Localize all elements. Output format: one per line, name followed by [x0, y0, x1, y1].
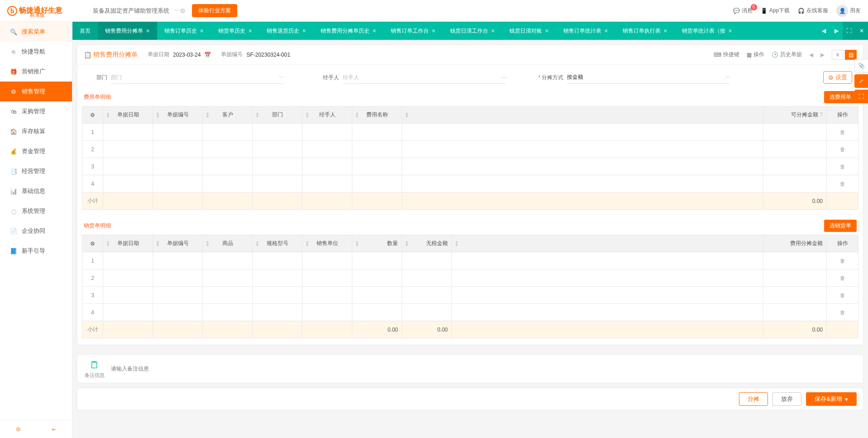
table-row[interactable]: 3🗑	[82, 158, 858, 175]
calendar-icon[interactable]: 📅	[204, 52, 211, 58]
promo-button[interactable]: 体验行业方案	[192, 4, 237, 17]
next-doc-icon[interactable]: ▶	[820, 52, 825, 58]
gear-icon[interactable]: ⚙	[82, 235, 103, 252]
tab[interactable]: 销售费用分摊单✕	[98, 22, 157, 40]
operate-button[interactable]: ▦操作	[747, 51, 764, 58]
tabs-scroll-right[interactable]: ▶	[830, 22, 843, 40]
col-header: ▲▼经手人	[302, 106, 352, 124]
app-download-link[interactable]: 📱 App下载	[761, 7, 790, 14]
close-icon[interactable]: ✕	[663, 28, 667, 34]
close-icon[interactable]: ✕	[545, 28, 549, 34]
view-list-icon[interactable]: ≡	[832, 50, 844, 60]
view-card-icon[interactable]: ▤	[845, 50, 857, 60]
nav-icon: 🛍	[10, 108, 17, 115]
tab[interactable]: 销售费用分摊单历史✕	[313, 22, 384, 40]
sidebar-item[interactable]: 💰资金管理	[0, 141, 72, 161]
delete-icon[interactable]: 🗑	[827, 175, 858, 193]
doc-title: 📋 销售费用分摊单	[84, 51, 138, 59]
allocate-button[interactable]: 分摊	[739, 392, 768, 406]
system-selector[interactable]: 装备及固定资产辅助管理系统 ﹀	[93, 7, 180, 15]
tab[interactable]: 销售订单统计表✕	[556, 22, 615, 40]
sidebar-item[interactable]: 📊基础信息	[0, 181, 72, 201]
doc-date-label: 单据日期	[148, 51, 169, 58]
dept-input[interactable]	[111, 71, 283, 84]
delete-icon[interactable]: 🗑	[827, 124, 858, 141]
close-icon[interactable]: ✕	[372, 28, 376, 34]
table-row[interactable]: 1🗑	[82, 252, 858, 270]
messages-link[interactable]: 💬 消息 6	[733, 7, 753, 14]
tabs-expand-icon[interactable]: ⛶	[843, 22, 855, 40]
handler-input[interactable]	[343, 71, 506, 84]
delete-icon[interactable]: 🗑	[827, 158, 858, 175]
close-icon[interactable]: ✕	[146, 28, 150, 34]
close-icon[interactable]: ✕	[728, 28, 732, 34]
chevron-down-icon[interactable]: ﹀	[278, 74, 284, 82]
sidebar-item[interactable]: ⎋快捷导航	[0, 42, 72, 62]
tab[interactable]: 钱货日清对账✕	[502, 22, 556, 40]
tabs-scroll-left[interactable]: ◀	[817, 22, 830, 40]
settings-button[interactable]: ⚙设置	[823, 71, 852, 84]
tab[interactable]: 销售订单历史✕	[157, 22, 211, 40]
nav-icon: 🎁	[10, 68, 17, 75]
tab[interactable]: 钱货日清工作台✕	[443, 22, 502, 40]
remark-input[interactable]	[111, 362, 856, 375]
tab-home[interactable]: 首页	[72, 22, 98, 40]
tab[interactable]: 销售订单执行表✕	[615, 22, 675, 40]
discard-button[interactable]: 放弃	[772, 392, 801, 406]
table-row[interactable]: 4🗑	[82, 304, 858, 321]
table-row[interactable]: 1🗑	[82, 124, 858, 141]
tab[interactable]: 销售退货历史✕	[259, 22, 313, 40]
table-row[interactable]: 2🗑	[82, 270, 858, 287]
table-row[interactable]: 4🗑	[82, 175, 858, 193]
sidebar-item[interactable]: 🏠库存核算	[0, 121, 72, 141]
help-icon[interactable]: ?	[820, 111, 823, 118]
doc-date-field[interactable]: 单据日期 2023-03-24 📅	[148, 51, 211, 58]
sidebar-item[interactable]: 📑经营管理	[0, 161, 72, 181]
delete-icon[interactable]: 🗑	[827, 141, 858, 158]
method-input[interactable]	[567, 71, 730, 84]
tab[interactable]: 销货单历史✕	[211, 22, 259, 40]
history-button[interactable]: 🕑历史单据	[772, 51, 802, 58]
expand-icon[interactable]: ⤢	[854, 74, 868, 88]
delete-icon[interactable]: 🗑	[827, 304, 858, 321]
sidebar-item[interactable]: 🛍采购管理	[0, 101, 72, 121]
close-icon[interactable]: ✕	[604, 28, 608, 34]
gear-icon[interactable]: ⚙	[180, 7, 186, 14]
close-icon[interactable]: ✕	[491, 28, 495, 34]
pick-expense-button[interactable]: 选费用单	[824, 91, 857, 103]
close-icon[interactable]: ✕	[302, 28, 306, 34]
save-new-button[interactable]: 保存&新增▾	[806, 392, 857, 406]
tab[interactable]: 销货单统计表（按✕	[675, 22, 739, 40]
prev-doc-icon[interactable]: ◀	[809, 52, 813, 58]
sidebar-item[interactable]: 🎁营销推广	[0, 62, 72, 82]
close-icon[interactable]: ✕	[248, 28, 252, 34]
sidebar-item[interactable]: 📘新手引导	[0, 241, 72, 261]
close-icon[interactable]: ✕	[200, 28, 204, 34]
sidebar-item[interactable]: ⚙销售管理	[0, 82, 72, 101]
tabs-close-all-icon[interactable]: ✕	[855, 22, 868, 40]
tab-label: 销售订单历史	[164, 27, 197, 35]
delete-icon[interactable]: 🗑	[827, 270, 858, 287]
chevron-down-icon[interactable]: ﹀	[725, 74, 731, 82]
user-menu[interactable]: 👤 用友	[836, 5, 861, 17]
attachment-icon[interactable]: 📎	[854, 59, 868, 72]
pick-sales-button[interactable]: 选销货单	[824, 220, 857, 232]
tab-label: 销售费用分摊单历史	[321, 27, 369, 35]
delete-icon[interactable]: 🗑	[827, 287, 858, 304]
online-cs-link[interactable]: 🎧 在线客服	[798, 7, 828, 14]
gear-icon[interactable]: ⚙	[82, 106, 103, 124]
delete-icon[interactable]: 🗑	[827, 252, 858, 270]
nav-search[interactable]: 🔍 搜索菜单	[0, 22, 72, 42]
close-icon[interactable]: ✕	[432, 28, 436, 34]
sidebar-item[interactable]: ◌系统管理	[0, 201, 72, 221]
shortcut-button[interactable]: ⌨快捷键	[714, 51, 739, 58]
table-row[interactable]: 3🗑	[82, 287, 858, 304]
settings-icon[interactable]: ⚙	[16, 426, 21, 433]
fullscreen-icon[interactable]: ⛶	[854, 90, 868, 103]
tab[interactable]: 销售订单工作台✕	[384, 22, 443, 40]
row-index: 3	[82, 158, 103, 175]
more-icon[interactable]: ⋯	[501, 74, 507, 81]
collapse-icon[interactable]: ⇤	[52, 426, 57, 433]
sidebar-item[interactable]: 📄企业协同	[0, 221, 72, 241]
table-row[interactable]: 2🗑	[82, 141, 858, 158]
